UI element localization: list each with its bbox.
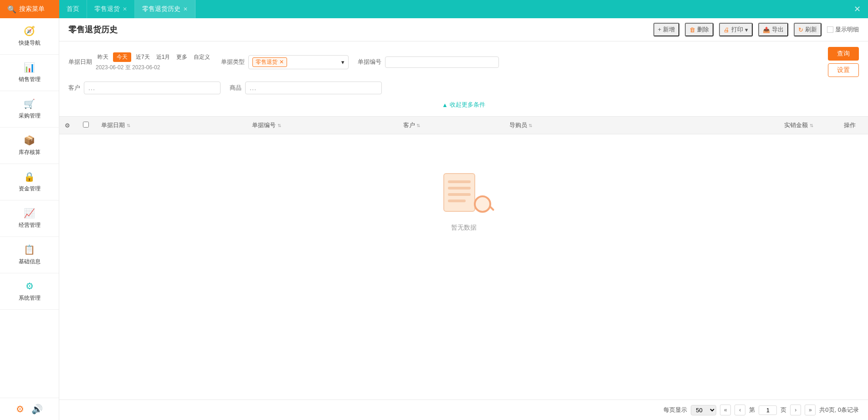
th-no[interactable]: 单据编号 ⇅ — [247, 117, 397, 134]
th-amount[interactable]: 实销金额 ⇅ — [632, 117, 832, 134]
sidebar-item-basic[interactable]: 📋 基础信息 — [0, 237, 59, 273]
next-page-btn[interactable]: › — [790, 405, 801, 415]
voucher-no-label: 单据编号 — [358, 58, 381, 66]
voucher-no-input[interactable] — [385, 56, 499, 68]
voucher-type-select[interactable]: 零售退货 ✕ ▾ — [248, 55, 349, 69]
tab-home[interactable]: 首页 — [59, 0, 87, 18]
display-detail-toggle[interactable]: 显示明细 — [827, 26, 859, 34]
table-header: ⚙ 单据日期 ⇅ 单据编号 ⇅ — [59, 117, 868, 134]
goods-label: 商品 — [230, 84, 241, 92]
settings-gear-icon[interactable]: ⚙ — [65, 122, 70, 129]
sidebar-item-finance[interactable]: 🔒 资金管理 — [0, 164, 59, 200]
th-date[interactable]: 单据日期 ⇅ — [96, 117, 247, 134]
search-menu[interactable]: 🔍 搜索菜单 — [0, 0, 59, 18]
sidebar-item-purchase[interactable]: 🛒 采购管理 — [0, 91, 59, 128]
content-area: 零售退货历史 + 新增 🗑 删除 🖨 打印 ▾ 📤 导出 — [59, 18, 868, 420]
sidebar-label-purchase: 采购管理 — [19, 112, 41, 120]
goods-select[interactable]: … — [245, 82, 382, 94]
th-action: 操作 — [832, 117, 868, 134]
voucher-type-tag: 零售退货 ✕ — [252, 57, 287, 67]
date-opt-7days[interactable]: 近7天 — [134, 53, 152, 61]
date-opt-custom[interactable]: 自定义 — [192, 53, 212, 61]
th-amount-label: 实销金额 — [784, 122, 808, 128]
empty-text: 暂无数据 — [451, 224, 477, 232]
sidebar-item-inventory[interactable]: 📦 库存核算 — [0, 128, 59, 164]
operations-icon: 📈 — [24, 208, 35, 219]
main-layout: 🧭 快捷导航 📊 销售管理 🛒 采购管理 📦 库存核算 🔒 资金管理 📈 经营管… — [0, 18, 868, 420]
voucher-type-label: 单据类型 — [221, 58, 245, 66]
tab-retail-return[interactable]: 零售退货 ✕ — [87, 0, 135, 18]
last-page-btn[interactable]: » — [805, 405, 816, 415]
date-opt-1month[interactable]: 近1月 — [154, 53, 172, 61]
th-settings[interactable]: ⚙ — [59, 117, 77, 134]
page-label: 第 — [749, 406, 755, 414]
filter-row-2: 客户 … 商品 … — [68, 82, 859, 94]
refresh-button[interactable]: ↻ 刷新 — [794, 23, 822, 36]
display-detail-checkbox[interactable] — [827, 26, 833, 33]
page-size-select[interactable]: 10 20 50 100 — [691, 405, 716, 415]
first-page-btn[interactable]: « — [720, 405, 731, 415]
date-filter-block: 昨天 今天 近7天 近1月 更多 自定义 2023-06-02 至 2023-0… — [96, 52, 212, 72]
collapse-label: 收起更多条件 — [450, 101, 485, 109]
delete-label: 删除 — [697, 26, 709, 34]
tab-retail-return-label: 零售退货 — [94, 5, 120, 13]
tab-retail-return-history-label: 零售退货历史 — [142, 5, 180, 13]
select-all-checkbox[interactable] — [83, 122, 89, 128]
print-dropdown-icon: ▾ — [745, 26, 748, 33]
goods-filter: 商品 … — [230, 82, 382, 94]
filter-row-1: 单据日期 昨天 今天 近7天 近1月 更多 自定义 2023-06-02 至 2… — [68, 47, 859, 77]
settings-icon[interactable]: ⚙ — [16, 404, 24, 415]
delete-button[interactable]: 🗑 删除 — [685, 23, 714, 36]
date-range-value: 2023-06-02 至 2023-06-02 — [96, 64, 212, 72]
print-icon: 🖨 — [724, 26, 729, 33]
empty-illustration — [437, 171, 491, 216]
sidebar-item-system[interactable]: ⚙ 系统管理 — [0, 273, 59, 310]
th-amount-sort-icon: ⇅ — [810, 123, 813, 128]
doc-shape — [443, 173, 475, 212]
th-guide-sort-icon: ⇅ — [529, 123, 532, 128]
date-filter: 单据日期 昨天 今天 近7天 近1月 更多 自定义 2023-06-02 至 2… — [68, 52, 212, 72]
tab-retail-return-history-close[interactable]: ✕ — [183, 6, 188, 12]
sidebar-label-sales: 销售管理 — [19, 76, 41, 83]
tab-retail-return-close[interactable]: ✕ — [123, 6, 127, 12]
voucher-type-remove[interactable]: ✕ — [279, 59, 284, 65]
prev-page-btn[interactable]: ‹ — [734, 405, 745, 415]
th-checkbox[interactable] — [77, 117, 96, 134]
filter-area: 单据日期 昨天 今天 近7天 近1月 更多 自定义 2023-06-02 至 2… — [59, 41, 868, 117]
th-date-label: 单据日期 — [101, 122, 125, 128]
add-label: + 新增 — [658, 26, 675, 34]
th-guide[interactable]: 导购员 ⇅ — [504, 117, 632, 134]
basic-icon: 📋 — [24, 244, 35, 255]
page-input[interactable] — [759, 405, 777, 415]
date-opt-today[interactable]: 今天 — [113, 52, 131, 62]
sidebar-item-quicknav[interactable]: 🧭 快捷导航 — [0, 18, 59, 55]
tab-retail-return-history[interactable]: 零售退货历史 ✕ — [135, 0, 195, 18]
add-button[interactable]: + 新增 — [653, 23, 679, 36]
volume-icon[interactable]: 🔊 — [31, 404, 43, 415]
export-icon: 📤 — [763, 26, 770, 33]
collapse-button[interactable]: ▲ 收起更多条件 — [437, 99, 491, 111]
date-opt-more[interactable]: 更多 — [175, 53, 189, 61]
query-button[interactable]: 查询 — [828, 47, 859, 61]
sidebar-label-inventory: 库存核算 — [19, 149, 41, 156]
window-close-icon[interactable]: ✕ — [854, 4, 861, 14]
th-customer[interactable]: 客户 ⇅ — [398, 117, 504, 134]
sales-icon: 📊 — [24, 62, 35, 73]
table-area: ⚙ 单据日期 ⇅ 单据编号 ⇅ — [59, 117, 868, 400]
voucher-type-dropdown-icon: ▾ — [341, 59, 344, 66]
date-opt-yesterday[interactable]: 昨天 — [96, 53, 110, 61]
search-label: 搜索菜单 — [19, 5, 45, 13]
print-button[interactable]: 🖨 打印 ▾ — [719, 23, 753, 36]
refresh-label: 刷新 — [805, 26, 817, 34]
date-options: 昨天 今天 近7天 近1月 更多 自定义 — [96, 52, 212, 62]
setting-button[interactable]: 设置 — [828, 63, 859, 77]
customer-label: 客户 — [68, 84, 80, 92]
sidebar-item-operations[interactable]: 📈 经营管理 — [0, 200, 59, 237]
table-body: 暂无数据 — [59, 134, 868, 269]
th-no-sort-icon: ⇅ — [277, 123, 281, 128]
customer-select[interactable]: … — [84, 82, 221, 94]
export-button[interactable]: 📤 导出 — [758, 23, 788, 36]
sidebar-item-sales[interactable]: 📊 销售管理 — [0, 55, 59, 91]
sidebar-label-finance: 资金管理 — [19, 185, 41, 193]
voucher-type-filter: 单据类型 零售退货 ✕ ▾ — [221, 55, 349, 69]
